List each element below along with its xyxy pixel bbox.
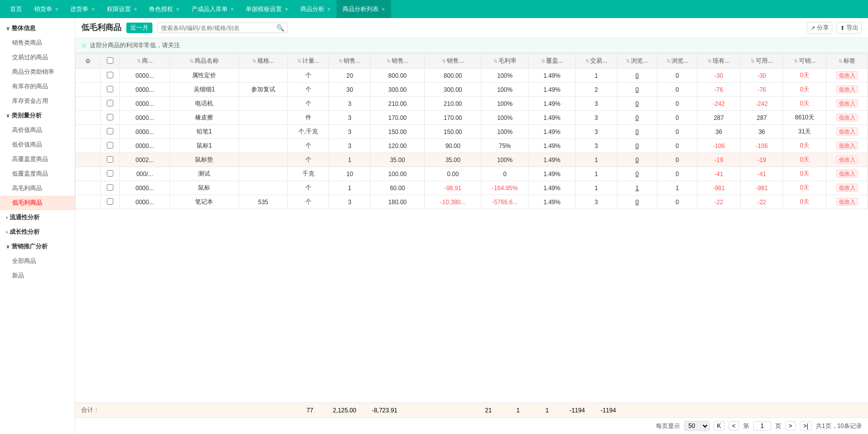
sidebar-item-stock-capital[interactable]: 库存资金占用 — [0, 94, 75, 108]
sidebar-group-marketing[interactable]: ∨ 营销推广分析 — [0, 239, 75, 254]
sidebar-item-in-stock[interactable]: 有库存的商品 — [0, 79, 75, 94]
col-name[interactable]: ⇅商品名称 — [169, 54, 239, 69]
sidebar-item-high-value[interactable]: 高价值商品 — [0, 123, 75, 137]
col-unit[interactable]: ⇅计量... — [287, 54, 329, 69]
col-sales-profit[interactable]: ⇅销售... — [425, 54, 481, 69]
nav-sales-order[interactable]: 销货单 × — [28, 0, 64, 18]
cell-checkbox[interactable] — [100, 97, 120, 111]
cell-sales-profit: 35.00 — [425, 153, 481, 167]
cell-checkbox[interactable] — [100, 111, 120, 125]
cell-view1[interactable]: 0 — [617, 83, 657, 97]
chevron-down-icon: ∨ — [6, 26, 10, 31]
filter-recent-month-button[interactable]: 近一月 — [126, 23, 152, 33]
nav-purchase-order[interactable]: 进货单 × — [64, 0, 100, 18]
select-all-checkbox[interactable] — [107, 57, 113, 64]
cell-checkbox[interactable] — [100, 195, 120, 209]
cell-view1[interactable]: 1 — [617, 181, 657, 195]
sidebar-item-low-value[interactable]: 低价值商品 — [0, 137, 75, 152]
close-product-inbound-icon[interactable]: × — [231, 0, 234, 18]
close-product-analysis-icon[interactable]: × — [327, 0, 330, 18]
cell-view1[interactable]: 0 — [617, 167, 657, 181]
search-icon[interactable]: 🔍 — [276, 24, 284, 32]
cell-checkbox[interactable] — [100, 125, 120, 139]
close-permission-settings-icon[interactable]: × — [134, 0, 137, 18]
cell-view1[interactable]: 0 — [617, 139, 657, 153]
nav-role-auth[interactable]: 角色授权 × — [143, 0, 185, 18]
sidebar-item-high-margin[interactable]: 高毛利商品 — [0, 181, 75, 196]
page-size-select[interactable]: 10 20 50 100 — [684, 421, 710, 431]
col-tag[interactable]: ⇅标签 — [826, 54, 868, 69]
col-sales-qty[interactable]: ⇅销售... — [329, 54, 371, 69]
cell-tag: 低收入 — [826, 97, 868, 111]
cell-view2: 0 — [657, 139, 698, 153]
cell-gross-margin: 100% — [481, 97, 529, 111]
col-checkbox[interactable] — [100, 54, 120, 69]
close-sales-order-icon[interactable]: × — [55, 0, 58, 18]
cell-view1[interactable]: 0 — [617, 125, 657, 139]
cell-unit: 个 — [287, 83, 329, 97]
sidebar-item-all-products[interactable]: 全部商品 — [0, 254, 75, 268]
cell-view1[interactable]: 0 — [617, 195, 657, 209]
cell-checkbox[interactable] — [100, 153, 120, 167]
cell-view1[interactable]: 0 — [617, 153, 657, 167]
first-page-button[interactable]: K — [714, 421, 725, 430]
cell-checkbox[interactable] — [100, 139, 120, 153]
last-page-button[interactable]: >| — [800, 421, 812, 430]
nav-product-analysis-list[interactable]: 商品分析列表 × — [336, 0, 391, 18]
cell-checkbox[interactable] — [100, 83, 120, 97]
export-button[interactable]: ⬆ 导出 — [836, 22, 862, 34]
nav-product-inbound[interactable]: 产成品入库单 × — [186, 0, 240, 18]
cell-gross-margin: -164.85% — [481, 181, 529, 195]
search-input[interactable] — [161, 25, 276, 32]
sidebar-item-traded-products[interactable]: 交易过的商品 — [0, 50, 75, 65]
prev-page-button[interactable]: < — [729, 421, 739, 430]
close-purchase-order-icon[interactable]: × — [91, 0, 94, 18]
col-available-stock[interactable]: ⇅可用... — [740, 54, 783, 69]
col-sellable-days[interactable]: ⇅可销... — [783, 54, 826, 69]
sidebar-item-high-coverage[interactable]: 高覆盖度商品 — [0, 152, 75, 167]
cell-tag: 低收入 — [826, 139, 868, 153]
close-product-analysis-list-icon[interactable]: × — [382, 0, 385, 18]
col-gross-margin[interactable]: ⇅毛利率 — [481, 54, 529, 69]
page-input[interactable] — [753, 421, 771, 430]
sidebar-group-category-analysis[interactable]: ∨ 类别量分析 — [0, 108, 75, 123]
cell-checkbox[interactable] — [100, 181, 120, 195]
col-spec[interactable]: ⇅规格... — [239, 54, 287, 69]
cell-view1[interactable]: 0 — [617, 69, 657, 83]
nav-template-settings[interactable]: 单据模板设置 × — [240, 0, 294, 18]
notice-bar: ☆ 这部分商品的利润非常低，请关注 — [75, 38, 868, 53]
cell-checkbox[interactable] — [100, 69, 120, 83]
nav-permission-settings[interactable]: 权限设置 × — [101, 0, 143, 18]
close-template-settings-icon[interactable]: × — [285, 0, 288, 18]
sidebar-group-liquidity[interactable]: › 流通性分析 — [0, 210, 75, 225]
sidebar-item-low-coverage[interactable]: 低覆盖度商品 — [0, 167, 75, 181]
close-role-auth-icon[interactable]: × — [176, 0, 179, 18]
next-page-button[interactable]: > — [785, 421, 796, 430]
cell-settings — [76, 97, 101, 111]
cell-sales-profit: 210.00 — [425, 97, 481, 111]
sidebar-item-low-margin[interactable]: 低毛利商品 — [0, 196, 75, 210]
sidebar-group-overall[interactable]: ∨ 整体信息 — [0, 21, 75, 36]
cell-view1[interactable]: 0 — [617, 111, 657, 125]
col-sales-amt[interactable]: ⇅销售... — [371, 54, 425, 69]
nav-home[interactable]: 首页 — [4, 0, 28, 18]
col-trade-count[interactable]: ⇅交易... — [576, 54, 617, 69]
nav-product-analysis[interactable]: 商品分析 × — [294, 0, 336, 18]
col-settings[interactable]: ⚙ — [76, 54, 101, 69]
share-button[interactable]: ↗ 分享 — [807, 22, 832, 34]
col-view2[interactable]: ⇅浏览... — [657, 54, 698, 69]
col-view1[interactable]: ⇅浏览... — [617, 54, 657, 69]
col-current-stock[interactable]: ⇅现有... — [698, 54, 741, 69]
sidebar-item-sales-products[interactable]: 销售类商品 — [0, 36, 75, 50]
table-container[interactable]: ⚙ ⇅商... ⇅商品名称 ⇅规格... ⇅计量... ⇅销售... ⇅销售..… — [75, 53, 868, 402]
cell-checkbox[interactable] — [100, 167, 120, 181]
sidebar-group-growth[interactable]: › 成长性分析 — [0, 225, 75, 239]
sidebar-item-new-products[interactable]: 新品 — [0, 268, 75, 283]
col-coverage[interactable]: ⇅覆盖... — [529, 54, 576, 69]
cell-sales-amt: 300.00 — [371, 83, 425, 97]
cell-view1[interactable]: 0 — [617, 97, 657, 111]
col-code[interactable]: ⇅商... — [120, 54, 169, 69]
cell-settings — [76, 153, 101, 167]
cell-spec — [239, 111, 287, 125]
sidebar-item-category-sales-rate[interactable]: 商品分类助销率 — [0, 65, 75, 79]
